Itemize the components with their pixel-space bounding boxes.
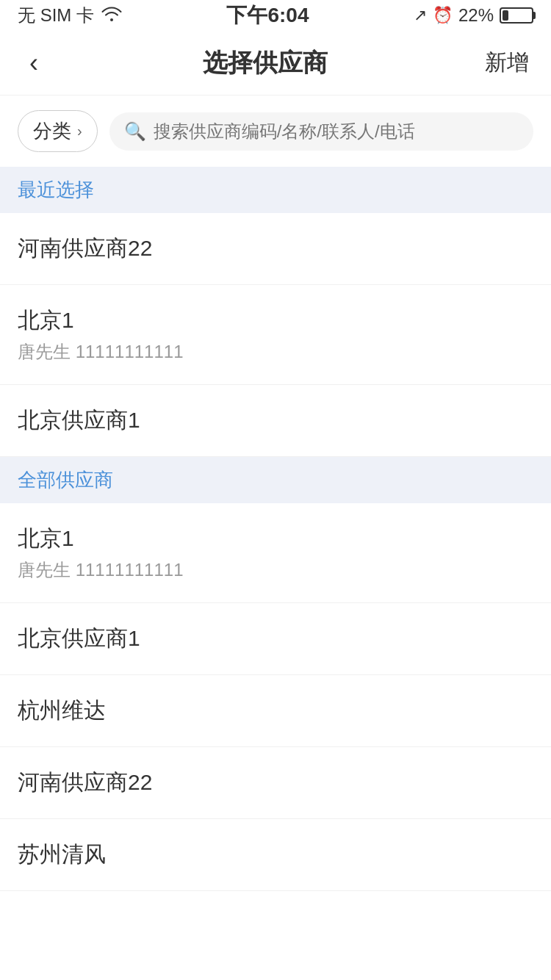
wifi-icon — [101, 5, 122, 26]
nav-bar: ‹ 选择供应商 新增 — [0, 31, 551, 96]
battery-percent: 22% — [458, 5, 494, 26]
category-arrow-icon: › — [77, 123, 82, 140]
item-sub: 唐先生 11111111111 — [18, 558, 533, 582]
all-section-header: 全部供应商 — [0, 457, 551, 503]
list-item[interactable]: 北京供应商1 — [0, 603, 551, 675]
list-item[interactable]: 北京1 唐先生 11111111111 — [0, 285, 551, 385]
item-name: 河南供应商22 — [18, 768, 533, 798]
list-item[interactable]: 北京供应商1 — [0, 385, 551, 457]
item-name: 北京1 — [18, 306, 533, 336]
list-item[interactable]: 河南供应商22 — [0, 213, 551, 285]
back-button[interactable]: ‹ — [22, 40, 46, 86]
list-item[interactable]: 苏州清风 — [0, 819, 551, 891]
recent-section-header: 最近选择 — [0, 167, 551, 213]
search-bar: 分类 › 🔍 — [0, 96, 551, 167]
item-sub: 唐先生 11111111111 — [18, 340, 533, 364]
item-name: 北京供应商1 — [18, 624, 533, 654]
category-button[interactable]: 分类 › — [18, 110, 98, 152]
alarm-icon: ⏰ — [433, 6, 453, 25]
list-item[interactable]: 北京1 唐先生 11111111111 — [0, 503, 551, 603]
all-section-label: 全部供应商 — [18, 469, 113, 491]
battery-icon — [500, 7, 533, 24]
status-time: 下午6:04 — [226, 1, 309, 29]
search-input-wrap[interactable]: 🔍 — [109, 112, 533, 151]
item-name: 杭州维达 — [18, 696, 533, 726]
all-items-list: 北京1 唐先生 11111111111 北京供应商1 杭州维达 河南供应商22 … — [0, 503, 551, 891]
item-name: 苏州清风 — [18, 840, 533, 870]
no-sim-label: 无 SIM 卡 — [18, 4, 94, 27]
location-icon: ↗ — [414, 6, 427, 25]
status-right: ↗ ⏰ 22% — [414, 5, 533, 26]
list-item[interactable]: 杭州维达 — [0, 675, 551, 747]
page-title: 选择供应商 — [203, 46, 328, 80]
add-button[interactable]: 新增 — [485, 48, 529, 78]
category-label: 分类 — [33, 118, 71, 144]
item-name: 河南供应商22 — [18, 234, 533, 264]
recent-items-list: 河南供应商22 北京1 唐先生 11111111111 北京供应商1 — [0, 213, 551, 457]
item-name: 北京1 — [18, 524, 533, 554]
status-left: 无 SIM 卡 — [18, 4, 122, 27]
item-name: 北京供应商1 — [18, 406, 533, 436]
recent-section-label: 最近选择 — [18, 179, 94, 201]
search-icon: 🔍 — [124, 121, 146, 142]
status-bar: 无 SIM 卡 下午6:04 ↗ ⏰ 22% — [0, 0, 551, 31]
search-input[interactable] — [154, 121, 519, 142]
list-item[interactable]: 河南供应商22 — [0, 747, 551, 819]
